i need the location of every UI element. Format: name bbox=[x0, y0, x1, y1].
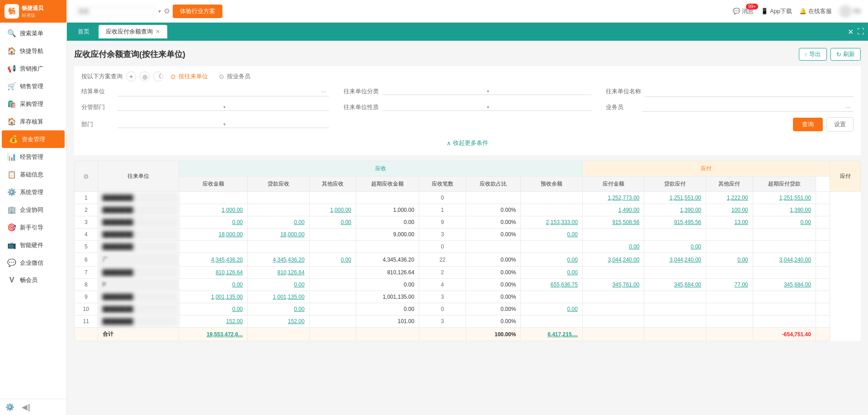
unit-category-select[interactable]: ▾ bbox=[382, 88, 591, 95]
filter-scheme-by-unit[interactable]: ⊙ 按往来单位 bbox=[167, 72, 212, 81]
filter-field-unit-name: 往来单位名称 bbox=[606, 86, 854, 97]
chevron-down-icon: ▾ bbox=[487, 105, 589, 110]
table-row: 9████████1,001,135.001,001,135.001,001,1… bbox=[75, 291, 861, 303]
sidebar-item-system[interactable]: ⚙️ 系统管理 bbox=[0, 183, 66, 201]
query-button[interactable]: 查询 bbox=[793, 118, 823, 131]
sidebar-logo-text: 畅捷通贝 标准版 bbox=[22, 5, 43, 19]
table-row: 10████████0.000.000.0000.00%0.00 bbox=[75, 303, 861, 315]
app-download-button[interactable]: 📱 App下载 bbox=[761, 7, 792, 15]
table-row: 3████████0.000.000.000.0090.00%2,153,333… bbox=[75, 216, 861, 229]
avatar bbox=[839, 5, 852, 18]
sidebar-item-marketing[interactable]: 📢 营销推广 bbox=[0, 60, 66, 77]
sidebar-item-finance[interactable]: 💰 资金管理 bbox=[2, 130, 65, 148]
sidebar-logo: 畅 畅捷通贝 标准版 bbox=[0, 0, 66, 23]
th-prepaid-balance: 预收余额 bbox=[521, 176, 583, 192]
filter-field-unit-nature: 往来单位性质 ▾ bbox=[344, 102, 591, 112]
sidebar-item-search[interactable]: 🔍 搜索菜单 bbox=[0, 24, 66, 42]
th-unit-name: 往来单位 bbox=[98, 161, 179, 192]
operations-icon: 📊 bbox=[7, 153, 16, 161]
sidebar-item-purchase[interactable]: 🛍️ 采购管理 bbox=[0, 95, 66, 113]
footer-prepaid-balance[interactable]: 6,417,215.... bbox=[521, 328, 583, 341]
hardware-icon: 📺 bbox=[7, 241, 16, 249]
topbar-breadcrumb-input[interactable] bbox=[74, 7, 156, 16]
sidebar-item-quick-nav[interactable]: 🏠 快捷导航 bbox=[0, 42, 66, 60]
filter-scheme-row: 按以下方案查询 + ◎ 《 ⊙ 按往来单位 ⊙ 按业务员 bbox=[81, 72, 854, 81]
table-row: 8P0.000.000.0040.00%655,636.75345,761.00… bbox=[75, 279, 861, 291]
scheme-active-icon: ⊙ bbox=[170, 73, 176, 80]
main-content: ▾ ⚙ 体验行业方案 💬 消息 99+ 📱 App下载 🔔 在线客服 Rit bbox=[67, 0, 868, 415]
sidebar: 畅 畅捷通贝 标准版 🔍 搜索菜单 🏠 快捷导航 📢 营销推广 🛒 销售管理 🛍… bbox=[0, 0, 67, 415]
th-gear[interactable]: ⚙ bbox=[75, 161, 98, 192]
table-row: 5████████00.000.00 bbox=[75, 241, 861, 253]
tab-ar-ap[interactable]: 应收应付余额查询 ✕ bbox=[99, 25, 167, 38]
th-payable-amount: 应付金额 bbox=[582, 176, 644, 192]
enterprise-icon: 🏢 bbox=[7, 205, 16, 214]
expand-icon[interactable]: ⛶ bbox=[857, 28, 864, 36]
collapse-up-icon: ∧ bbox=[447, 140, 451, 147]
filter-field-salesperson: 业务员 ··· bbox=[606, 102, 854, 112]
th-overdue-receivable: 超期应收金额 bbox=[356, 176, 419, 192]
export-button[interactable]: ↑ 导出 bbox=[799, 48, 827, 61]
collapse-icon[interactable]: ◀‖ bbox=[22, 403, 31, 411]
settings-button[interactable]: 设置 bbox=[826, 117, 854, 132]
page-header-actions: ↑ 导出 ↻ 刷新 bbox=[799, 48, 861, 61]
inventory-icon: 🏠 bbox=[7, 117, 16, 126]
marketing-icon: 📢 bbox=[7, 64, 16, 73]
sidebar-item-basic-info[interactable]: 📋 基础信息 bbox=[0, 166, 66, 183]
th-receivable-ratio: 应收款占比 bbox=[466, 176, 520, 192]
chevron-down-icon: ▾ bbox=[487, 89, 589, 94]
dept-branch-select[interactable]: ▾ bbox=[118, 104, 329, 111]
unit-nature-select[interactable]: ▾ bbox=[382, 104, 591, 111]
settlement-unit-input[interactable]: ··· bbox=[118, 87, 329, 96]
user-avatar[interactable]: Rit bbox=[839, 5, 861, 18]
footer-empty bbox=[75, 328, 98, 341]
sidebar-item-enterprise[interactable]: 🏢 企业协同 bbox=[0, 201, 66, 219]
th-receivable-count: 应收笔数 bbox=[419, 176, 466, 192]
dept-select[interactable]: ▾ bbox=[118, 121, 329, 128]
tab-home[interactable]: 首页 bbox=[71, 25, 97, 38]
sidebar-nav: 🔍 搜索菜单 🏠 快捷导航 📢 营销推广 🛒 销售管理 🛍️ 采购管理 🏠 库存… bbox=[0, 23, 66, 399]
sidebar-bottom: ⚙️ ◀‖ bbox=[0, 399, 66, 415]
filter-scheme-by-staff[interactable]: ⊙ 按业务员 bbox=[215, 72, 254, 81]
close-window-icon[interactable]: ✕ bbox=[848, 28, 854, 36]
sidebar-item-member[interactable]: V 畅会员 bbox=[0, 272, 66, 289]
tab-ar-ap-label: 应收应付余额查询 bbox=[106, 28, 153, 36]
gear-icon[interactable]: ⚙ bbox=[83, 173, 89, 180]
footer-label: 合计 bbox=[98, 328, 179, 341]
message-button[interactable]: 💬 消息 99+ bbox=[733, 7, 754, 15]
export-icon: ↑ bbox=[805, 51, 808, 58]
tab-actions: ✕ ⛶ bbox=[848, 28, 864, 36]
filter-add-button[interactable]: + bbox=[126, 72, 136, 81]
sidebar-item-operations[interactable]: 📊 经营管理 bbox=[0, 148, 66, 166]
filter-collapse-button[interactable]: ∧ 收起更多条件 bbox=[81, 136, 854, 150]
salesperson-input[interactable]: ··· bbox=[642, 102, 854, 112]
sidebar-item-hardware[interactable]: 📺 智能硬件 bbox=[0, 236, 66, 254]
settings-icon[interactable]: ⚙️ bbox=[5, 403, 14, 411]
online-service-button[interactable]: 🔔 在线客服 bbox=[799, 7, 832, 15]
footer-receivable-amount[interactable]: 19,553,472,6... bbox=[179, 328, 248, 341]
sidebar-item-guide[interactable]: 🎯 新手引导 bbox=[0, 219, 66, 236]
member-icon: V bbox=[7, 276, 16, 284]
filter-setting-button[interactable]: ◎ bbox=[140, 72, 150, 81]
sidebar-item-wechat[interactable]: 💬 企业微信 bbox=[0, 254, 66, 272]
sidebar-item-sales[interactable]: 🛒 销售管理 bbox=[0, 77, 66, 95]
unit-name-input[interactable] bbox=[645, 86, 854, 97]
filter-action-buttons: 查询 设置 bbox=[606, 117, 854, 132]
chevron-down-icon[interactable]: ▾ bbox=[158, 8, 161, 14]
filter-field-unit-category: 往来单位分类 ▾ bbox=[344, 86, 591, 97]
table-row: 2████████1,000.001,000.001,000.0010.00%1… bbox=[75, 204, 861, 216]
footer-row: 合计 19,553,472,6... 100.00% 6,417,215....… bbox=[75, 328, 861, 341]
table-row: 4████████18,000.0018,000.009,000.0030.00… bbox=[75, 229, 861, 241]
gear-icon[interactable]: ⚙ bbox=[164, 7, 170, 15]
basic-info-icon: 📋 bbox=[7, 170, 16, 179]
refresh-button[interactable]: ↻ 刷新 bbox=[830, 48, 861, 61]
chevron-down-icon: ▾ bbox=[223, 105, 326, 110]
setting-circle-icon: ◎ bbox=[142, 73, 147, 80]
filter-back-button[interactable]: 《 bbox=[153, 72, 163, 81]
back-arrows-icon: 《 bbox=[156, 72, 161, 81]
close-icon[interactable]: ✕ bbox=[156, 29, 160, 35]
sidebar-item-inventory[interactable]: 🏠 库存核算 bbox=[0, 113, 66, 130]
industry-solution-button[interactable]: 体验行业方案 bbox=[173, 5, 222, 18]
th-loan-receivable: 贷款应收 bbox=[248, 176, 310, 192]
th-payable-extra: 应付 bbox=[830, 161, 861, 192]
